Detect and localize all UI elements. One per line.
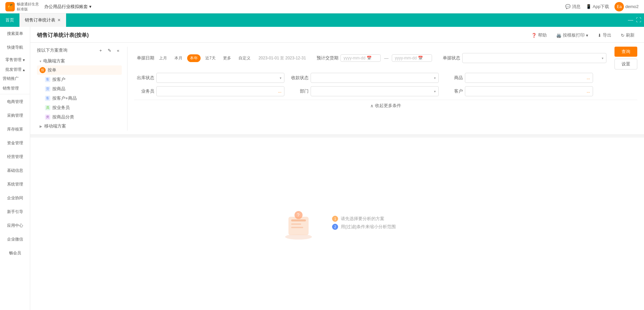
filter-row-1: 单据日期 上月 本月 本年 近7天 更多 自定义 2023-01-01 至 20… bbox=[134, 47, 637, 69]
print-chevron-icon: ▾ bbox=[586, 33, 588, 38]
customer-select[interactable]: ... bbox=[465, 86, 593, 96]
sidebar-item-guide[interactable]: 新手引导 bbox=[0, 205, 30, 219]
expected-date-end[interactable]: yyyy-mm-dd 📅 bbox=[392, 54, 432, 62]
left-panel-header: 按以下方案查询 + ✎ « bbox=[37, 47, 122, 54]
expected-date-label: 预计交货期 bbox=[317, 55, 338, 61]
sidebar-item-quick-nav[interactable]: 快捷导航 bbox=[0, 41, 30, 54]
sidebar-item-system[interactable]: 系统管理 bbox=[0, 177, 30, 191]
scheme-item-by-salesman[interactable]: 员 按业务员 bbox=[37, 103, 122, 112]
scheme-item-by-goods[interactable]: 货 按商品 bbox=[37, 84, 122, 94]
scheme-group-mobile-header[interactable]: ▶ 移动端方案 bbox=[37, 122, 122, 131]
chevron-up-icon: ▴ bbox=[23, 67, 25, 72]
logo-icon: 🍊 bbox=[5, 2, 15, 11]
tab-home[interactable]: 首页 bbox=[0, 13, 19, 27]
sidebar-item-purchase[interactable]: 采购管理 bbox=[0, 109, 30, 122]
salesman-select[interactable]: ... bbox=[156, 86, 284, 96]
sidebar-item-enterprise[interactable]: 企业协同 bbox=[0, 191, 30, 205]
scheme-group-pc: ▾ 电脑端方案 按 按单 客 按客户 货 按商品 bbox=[37, 57, 122, 122]
refresh-button[interactable]: ↻ 刷新 bbox=[618, 31, 637, 40]
date-btn-this-month[interactable]: 本月 bbox=[172, 54, 185, 62]
scheme-icon-goods: 货 bbox=[45, 86, 50, 92]
print-button[interactable]: 🖨️ 按模板打印 ▾ bbox=[553, 31, 591, 40]
sidebar-item-member[interactable]: 畅会员 bbox=[0, 246, 30, 260]
calendar-icon: 📅 bbox=[367, 56, 372, 60]
expected-date-start[interactable]: yyyy-mm-dd 📅 bbox=[340, 54, 381, 62]
salesman-more-btn[interactable]: ... bbox=[278, 89, 281, 94]
goods-select[interactable]: ... bbox=[465, 73, 593, 83]
refresh-icon: ↻ bbox=[621, 33, 625, 38]
logo-area: 🍊 畅捷通好生意 标准版 bbox=[5, 2, 39, 11]
sidebar-item-finance[interactable]: 资金管理 bbox=[0, 136, 30, 150]
pay-status-select[interactable]: ▾ bbox=[311, 73, 439, 83]
chevron-down-icon: ▾ bbox=[40, 59, 41, 63]
sidebar-divider-1 bbox=[0, 94, 30, 94]
query-button[interactable]: 查询 bbox=[614, 47, 637, 57]
sidebar-item-search[interactable]: 搜索菜单 bbox=[0, 27, 30, 41]
app-selector[interactable]: 办公用品行业模拟账套 ▾ bbox=[42, 2, 94, 11]
scheme-icon-customer-goods: 客 bbox=[45, 96, 50, 101]
customer-more-btn[interactable]: ... bbox=[587, 89, 590, 94]
goods-more-btn[interactable]: ... bbox=[587, 75, 590, 80]
app-download-button[interactable]: 📱 App下载 bbox=[586, 4, 609, 10]
svg-text:?: ? bbox=[297, 212, 300, 218]
dept-label: 部门 bbox=[288, 88, 309, 94]
collapse-icon: ∧ bbox=[370, 103, 374, 108]
date-btn-last-month[interactable]: 上月 bbox=[156, 54, 170, 62]
page-actions: ❓ 帮助 🖨️ 按模板打印 ▾ ⬇ 导出 ↻ 刷新 bbox=[529, 31, 637, 40]
filter-row-3: 业务员 ... 部门 ▾ bbox=[134, 86, 637, 96]
edit-scheme-button[interactable]: ✎ bbox=[106, 47, 113, 54]
out-status-select[interactable]: ▾ bbox=[156, 73, 284, 83]
export-button[interactable]: ⬇ 导出 bbox=[595, 31, 614, 40]
avatar: Ea bbox=[614, 2, 624, 11]
reset-button[interactable]: 设置 bbox=[614, 59, 637, 69]
scheme-group-pc-header[interactable]: ▾ 电脑端方案 bbox=[37, 57, 122, 65]
help-button[interactable]: ❓ 帮助 bbox=[529, 31, 549, 40]
scheme-item-by-customer-goods[interactable]: 客 按客户+商品 bbox=[37, 94, 122, 103]
salesman-label: 业务员 bbox=[134, 88, 154, 94]
dept-select[interactable]: ▾ bbox=[311, 86, 439, 96]
sidebar-sub-marketing[interactable]: 营销推广 bbox=[0, 74, 30, 84]
sidebar-sub-sales[interactable]: 销售管理 bbox=[0, 84, 30, 93]
tabbar-right: — ⛶ bbox=[628, 17, 644, 23]
tab-minimize-icon[interactable]: — bbox=[628, 17, 633, 23]
sidebar-item-inventory[interactable]: 库存核算 bbox=[0, 122, 30, 136]
collapse-panel-button[interactable]: « bbox=[114, 47, 122, 54]
sidebar-item-retail[interactable]: 零售管理 ▾ bbox=[0, 54, 30, 64]
chevron-down-icon: ▾ bbox=[23, 58, 25, 62]
user-avatar-area[interactable]: Ea demo2 bbox=[614, 2, 639, 11]
date-btn-more[interactable]: 更多 bbox=[220, 54, 234, 62]
scheme-item-by-category[interactable]: 类 按商品分类 bbox=[37, 112, 122, 122]
left-panel-actions: + ✎ « bbox=[97, 47, 122, 54]
export-icon: ⬇ bbox=[598, 33, 601, 38]
topbar: 🍊 畅捷通好生意 标准版 办公用品行业模拟账套 ▾ 💬 消息 📱 App下载 E… bbox=[0, 0, 644, 13]
add-scheme-button[interactable]: + bbox=[97, 47, 104, 54]
tab-sales-order[interactable]: 销售订单统计表 ✕ bbox=[19, 13, 66, 27]
status-select[interactable]: ▾ bbox=[462, 53, 606, 63]
sidebar-item-operation[interactable]: 经营管理 bbox=[0, 150, 30, 164]
empty-area: ? 1 请先选择要分析的方案 2 用[过滤]条件来缩小分析范围 bbox=[30, 138, 644, 310]
out-status-chevron-icon: ▾ bbox=[280, 76, 281, 80]
sidebar-item-wechat[interactable]: 企业微信 bbox=[0, 232, 30, 246]
customer-label: 客户 bbox=[443, 88, 463, 94]
sidebar-item-wholesale[interactable]: 批发管理 ▴ bbox=[0, 64, 30, 74]
svg-rect-2 bbox=[291, 219, 306, 221]
sidebar-item-ecommerce[interactable]: 电商管理 bbox=[0, 95, 30, 109]
scheme-icon-order: 按 bbox=[40, 67, 46, 73]
tab-close-icon[interactable]: ✕ bbox=[57, 18, 61, 22]
sidebar-item-basic[interactable]: 基础信息 bbox=[0, 164, 30, 177]
date-btn-this-year[interactable]: 本年 bbox=[187, 54, 201, 62]
scheme-item-by-order[interactable]: 按 按单 bbox=[37, 65, 122, 75]
date-btn-custom[interactable]: 自定义 bbox=[236, 54, 253, 62]
collapse-more-button[interactable]: ∧ 收起更多条件 bbox=[134, 100, 637, 111]
scheme-icon-category: 类 bbox=[45, 114, 50, 120]
sidebar: 搜索菜单 快捷导航 零售管理 ▾ 批发管理 ▴ 营销推广 销售管理 电商管理 采… bbox=[0, 27, 30, 310]
date-btn-7days[interactable]: 近7天 bbox=[203, 54, 218, 62]
message-icon: 💬 bbox=[565, 4, 571, 9]
help-icon: ❓ bbox=[531, 33, 537, 38]
tab-maximize-icon[interactable]: ⛶ bbox=[636, 17, 641, 23]
sidebar-item-appcenter[interactable]: 应用中心 bbox=[0, 219, 30, 232]
status-label: 单据状态 bbox=[443, 55, 460, 61]
message-button[interactable]: 💬 消息 bbox=[565, 4, 581, 10]
dept-chevron-icon: ▾ bbox=[434, 90, 436, 93]
scheme-item-by-customer[interactable]: 客 按客户 bbox=[37, 75, 122, 84]
